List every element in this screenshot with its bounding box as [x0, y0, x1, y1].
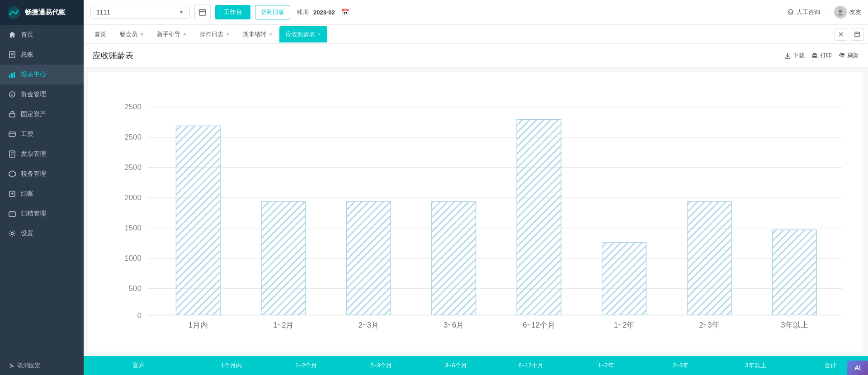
download-button[interactable]: 下载	[784, 52, 805, 60]
maximize-tab-button[interactable]	[851, 28, 863, 41]
svg-rect-55	[176, 126, 220, 315]
svg-rect-7	[11, 73, 13, 78]
refresh-button[interactable]: 刷新	[839, 52, 859, 60]
tab-home[interactable]: 首页	[88, 26, 113, 42]
col-3y-plus: 3年以上	[718, 361, 793, 370]
svg-rect-61	[432, 202, 476, 315]
sidebar-item-fund[interactable]: ¥ 资金管理	[0, 84, 84, 104]
sidebar-item-ledger[interactable]: 总账	[0, 45, 84, 65]
switch-old-button[interactable]: 切到旧版	[255, 5, 290, 19]
svg-text:1月内: 1月内	[189, 321, 208, 329]
calendar-icon	[199, 9, 206, 16]
svg-text:1~2年: 1~2年	[614, 321, 634, 329]
content-actions: 下载 打印 刷新	[784, 52, 859, 60]
settings-icon	[8, 230, 16, 238]
svg-rect-6	[9, 75, 10, 78]
chevron-down-icon: ▼	[179, 9, 184, 15]
svg-point-23	[11, 233, 14, 235]
top-header: 1111 ▼ 工作台 切到旧版 账期 2023-02 📅 人工咨询 友友	[84, 0, 868, 25]
close-tab-button[interactable]	[835, 28, 847, 41]
calendar-icon-btn[interactable]	[194, 4, 211, 20]
invoice-icon	[8, 150, 16, 158]
svg-text:3~6月: 3~6月	[443, 321, 464, 329]
svg-rect-37	[813, 56, 816, 57]
sidebar-item-report[interactable]: 报表中心	[0, 65, 84, 84]
svg-text:¥: ¥	[10, 93, 13, 97]
svg-text:2~3月: 2~3月	[358, 321, 378, 329]
tab-close-guide[interactable]: ×	[183, 31, 186, 38]
ledger-icon	[8, 51, 16, 59]
sidebar: 畅捷通易代账 首页 总账 报表中心 ¥ 资金管理	[0, 0, 84, 375]
print-icon	[811, 52, 818, 59]
close-account-icon	[8, 190, 16, 198]
svg-rect-57	[261, 202, 306, 315]
ai-badge[interactable]: Ai	[847, 361, 868, 375]
download-icon	[784, 52, 791, 59]
content-area: 应收账龄表 下载 打印 刷新	[84, 44, 868, 375]
headset-icon	[787, 9, 794, 16]
table-header: 客户 1个月内 1~2个月 2~3个月 3~6个月 6~12个月 1~2年 2~…	[84, 356, 868, 375]
svg-rect-21	[9, 211, 15, 212]
asset-icon	[8, 110, 16, 118]
svg-text:3年以上: 3年以上	[781, 321, 808, 329]
tab-close-aging[interactable]: ×	[318, 31, 321, 38]
sidebar-item-archive[interactable]: 归档管理	[0, 204, 84, 224]
svg-rect-24	[199, 9, 206, 15]
maximize-icon	[854, 32, 860, 37]
svg-rect-65	[602, 243, 646, 315]
pin-icon	[8, 362, 14, 369]
tab-period-close[interactable]: 期末结转 ×	[236, 26, 278, 42]
divider	[827, 8, 827, 17]
sidebar-item-home[interactable]: 首页	[0, 25, 84, 45]
col-customer: 客户	[84, 361, 194, 370]
svg-text:2000: 2000	[124, 193, 141, 202]
salary-icon	[8, 130, 16, 138]
sidebar-item-invoice[interactable]: 发票管理	[0, 144, 84, 164]
tab-guide[interactable]: 新手引导 ×	[151, 26, 193, 42]
svg-text:1500: 1500	[124, 224, 141, 232]
company-name: 1111	[96, 9, 110, 16]
tabs-bar: 首页 畅会员 × 新手引导 × 操作日志 × 期末结转 × 应收账龄表 ×	[84, 25, 868, 44]
sidebar-item-closeaccount[interactable]: 结账	[0, 184, 84, 204]
tab-aging-report[interactable]: 应收账龄表 ×	[279, 26, 327, 42]
svg-point-28	[789, 9, 793, 13]
logo: 畅捷通易代账	[0, 0, 84, 25]
col-2-3y: 2~3年	[643, 361, 718, 370]
period-calendar-icon[interactable]: 📅	[341, 9, 349, 16]
svg-text:1~2月: 1~2月	[273, 321, 293, 329]
tab-close-period[interactable]: ×	[269, 31, 272, 38]
period-label: 账期	[297, 8, 309, 16]
tab-close-membership[interactable]: ×	[140, 31, 143, 38]
bar-chart: 2500 2500 2500 2000 1500 1000 500 0	[97, 81, 854, 347]
print-button[interactable]: 打印	[811, 52, 832, 60]
sidebar-item-asset[interactable]: 固定资产	[0, 104, 84, 124]
tab-oplog[interactable]: 操作日志 ×	[193, 26, 236, 42]
svg-text:500: 500	[129, 284, 142, 293]
svg-text:1000: 1000	[124, 254, 141, 262]
home-icon	[8, 31, 16, 39]
period-value: 2023-02	[313, 9, 335, 16]
svg-rect-8	[14, 72, 15, 78]
consult-button[interactable]: 人工咨询	[787, 8, 820, 16]
logo-text: 畅捷通易代账	[25, 8, 66, 17]
cancel-pin-button[interactable]: 取消固定	[0, 356, 84, 375]
user-info[interactable]: 友友	[834, 6, 861, 19]
archive-icon	[8, 210, 16, 218]
report-icon	[8, 70, 16, 79]
svg-rect-63	[517, 120, 561, 315]
sidebar-item-salary[interactable]: 工资	[0, 124, 84, 144]
tab-membership[interactable]: 畅会员 ×	[113, 26, 150, 42]
svg-text:6~12个月: 6~12个月	[523, 321, 555, 329]
col-2-3m: 2~3个月	[344, 361, 419, 370]
svg-rect-29	[788, 11, 789, 13]
tab-close-oplog[interactable]: ×	[226, 31, 229, 38]
content-header: 应收账龄表 下载 打印 刷新	[84, 44, 868, 68]
fund-icon: ¥	[8, 90, 16, 98]
workbench-button[interactable]: 工作台	[215, 5, 250, 19]
svg-rect-59	[346, 202, 391, 315]
sidebar-item-settings[interactable]: 设置	[0, 224, 84, 244]
sidebar-item-tax[interactable]: 税务管理	[0, 164, 84, 184]
col-3-6m: 3~6个月	[419, 361, 494, 370]
chart-area: 2500 2500 2500 2000 1500 1000 500 0	[88, 72, 863, 352]
company-selector[interactable]: 1111 ▼	[90, 6, 190, 19]
